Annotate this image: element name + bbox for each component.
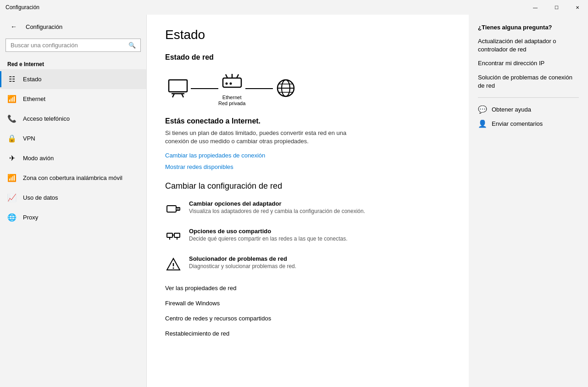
sidebar-item-label-avion: Modo avión — [23, 155, 54, 162]
rp-divider — [478, 97, 579, 98]
sharing-desc: Decide qué quieres compartir en las rede… — [189, 236, 348, 242]
phone-icon: 📞 — [7, 114, 17, 123]
sidebar-header: ← Configuración — [0, 15, 146, 37]
help-icon: 💬 — [478, 105, 487, 114]
rp-action-help[interactable]: 💬 Obtener ayuda — [478, 105, 579, 114]
rp-link-1[interactable]: Encontrar mi dirección IP — [478, 59, 579, 67]
pc-icon-group — [165, 78, 191, 99]
change-connection-link[interactable]: Cambiar las propiedades de conexión — [165, 152, 450, 159]
page-title: Estado — [165, 28, 450, 42]
airplane-icon: ✈ — [7, 154, 17, 163]
adapter-text: Cambiar opciones del adaptador Visualiza… — [189, 200, 365, 214]
titlebar-left: Configuración — [6, 4, 39, 11]
line-1 — [191, 88, 218, 89]
troubleshooter-icon — [165, 256, 182, 273]
sidebar-section-title: Red e Internet — [0, 57, 146, 69]
adapter-icon — [165, 201, 182, 218]
right-panel: ¿Tienes alguna pregunta? Actualización d… — [469, 15, 588, 387]
back-button[interactable]: ← — [7, 20, 20, 33]
sidebar-item-label-proxy: Proxy — [23, 214, 38, 221]
globe-icon — [273, 78, 299, 99]
titlebar: Configuración — ☐ ✕ — [0, 0, 588, 15]
settings-item-adapter: Cambiar opciones del adaptador Visualiza… — [165, 200, 450, 218]
main-content: Estado Estado de red — [147, 15, 469, 387]
sidebar-item-zona-cobertura[interactable]: 📶 Zona con cobertura inalámbrica móvil — [0, 168, 146, 188]
data-icon: 📈 — [7, 193, 17, 202]
ethernet-icon: 📶 — [7, 95, 17, 103]
svg-point-8 — [225, 83, 227, 85]
sidebar-item-label-datos: Uso de datos — [23, 194, 58, 201]
show-networks-link[interactable]: Mostrar redes disponibles — [165, 163, 450, 170]
search-icon: 🔍 — [124, 39, 140, 51]
line-2 — [245, 88, 273, 89]
settings-item-sharing: Opciones de uso compartido Decide qué qu… — [165, 228, 450, 245]
svg-point-17 — [178, 208, 179, 210]
sidebar-app-title: Configuración — [26, 23, 62, 30]
troubleshooter-desc: Diagnosticar y solucionar problemas de r… — [189, 263, 296, 269]
sidebar-item-uso-datos[interactable]: 📈 Uso de datos — [0, 188, 146, 208]
svg-rect-0 — [169, 80, 187, 92]
plain-link-2[interactable]: Centro de redes y recursos compartidos — [165, 313, 450, 324]
sharing-icon — [165, 229, 182, 245]
svg-point-25 — [173, 268, 174, 269]
search-input[interactable] — [6, 39, 124, 51]
sidebar-item-acceso-telefonico[interactable]: 📞 Acceso telefónico — [0, 109, 146, 129]
sidebar-item-ethernet[interactable]: 📶 Ethernet — [0, 89, 146, 109]
sidebar: ← Configuración 🔍 Red e Internet ☷ Estad… — [0, 15, 147, 387]
settings-item-troubleshooter: Solucionador de problemas de red Diagnos… — [165, 255, 450, 273]
estado-icon: ☷ — [7, 75, 17, 84]
rp-action-feedback[interactable]: 👤 Enviar comentarios — [478, 119, 579, 128]
connected-text: Estás conectado a Internet. — [165, 117, 450, 125]
connected-desc: Si tienes un plan de datos limitado, pue… — [165, 129, 358, 146]
svg-rect-18 — [167, 233, 172, 237]
app-title: Configuración — [6, 4, 39, 11]
sidebar-item-label-acceso: Acceso telefónico — [23, 115, 70, 122]
sidebar-item-label-vpn: VPN — [23, 135, 35, 142]
svg-point-9 — [229, 83, 232, 85]
troubleshooter-title[interactable]: Solucionador de problemas de red — [189, 255, 296, 262]
rp-link-2[interactable]: Solución de problemas de conexión de red — [478, 73, 579, 90]
sharing-title[interactable]: Opciones de uso compartido — [189, 228, 348, 235]
adapter-desc: Visualiza los adaptadores de red y cambi… — [189, 208, 365, 214]
svg-rect-4 — [223, 78, 241, 87]
globe-icon-group — [273, 78, 299, 99]
sidebar-item-estado[interactable]: ☷ Estado — [0, 69, 146, 89]
rp-question-title: ¿Tienes alguna pregunta? — [478, 24, 579, 31]
maximize-button[interactable]: ☐ — [546, 0, 567, 15]
network-type-label: Red privada — [218, 101, 245, 106]
proxy-icon: 🌐 — [7, 213, 17, 222]
computer-icon — [165, 78, 191, 99]
network-status-title: Estado de red — [165, 53, 450, 62]
app-body: ← Configuración 🔍 Red e Internet ☷ Estad… — [0, 15, 588, 387]
sidebar-item-modo-avion[interactable]: ✈ Modo avión — [0, 148, 146, 168]
rp-help-label: Obtener ayuda — [492, 106, 531, 113]
rp-feedback-label: Enviar comentarios — [492, 120, 543, 127]
router-icon — [219, 71, 245, 92]
troubleshooter-text: Solucionador de problemas de red Diagnos… — [189, 255, 296, 269]
rp-link-0[interactable]: Actualización del adaptador o controlado… — [478, 37, 579, 54]
sidebar-item-label-zona: Zona con cobertura inalámbrica móvil — [23, 174, 122, 181]
adapter-title[interactable]: Cambiar opciones del adaptador — [189, 200, 365, 207]
plain-link-3[interactable]: Restablecimiento de red — [165, 328, 450, 339]
sidebar-item-proxy[interactable]: 🌐 Proxy — [0, 208, 146, 227]
sidebar-item-vpn[interactable]: 🔒 VPN — [0, 129, 146, 148]
plain-link-1[interactable]: Firewall de Windows — [165, 298, 450, 308]
vpn-icon: 🔒 — [7, 134, 17, 143]
minimize-button[interactable]: — — [525, 0, 546, 15]
router-icon-group: Ethernet Red privada — [218, 71, 245, 106]
svg-rect-19 — [174, 233, 180, 237]
close-button[interactable]: ✕ — [567, 0, 588, 15]
svg-rect-15 — [167, 206, 176, 212]
change-config-title: Cambiar la configuración de red — [165, 181, 450, 191]
search-box: 🔍 — [6, 39, 141, 52]
sidebar-item-label-ethernet: Ethernet — [23, 95, 45, 102]
feedback-icon: 👤 — [478, 119, 487, 128]
ethernet-label: Ethernet — [222, 95, 242, 100]
network-diagram: Ethernet Red privada — [165, 71, 450, 106]
hotspot-icon: 📶 — [7, 174, 17, 182]
plain-link-0[interactable]: Ver las propiedades de red — [165, 283, 450, 293]
titlebar-controls: — ☐ ✕ — [525, 0, 588, 15]
sidebar-item-label-estado: Estado — [23, 76, 41, 83]
sharing-text: Opciones de uso compartido Decide qué qu… — [189, 228, 348, 242]
